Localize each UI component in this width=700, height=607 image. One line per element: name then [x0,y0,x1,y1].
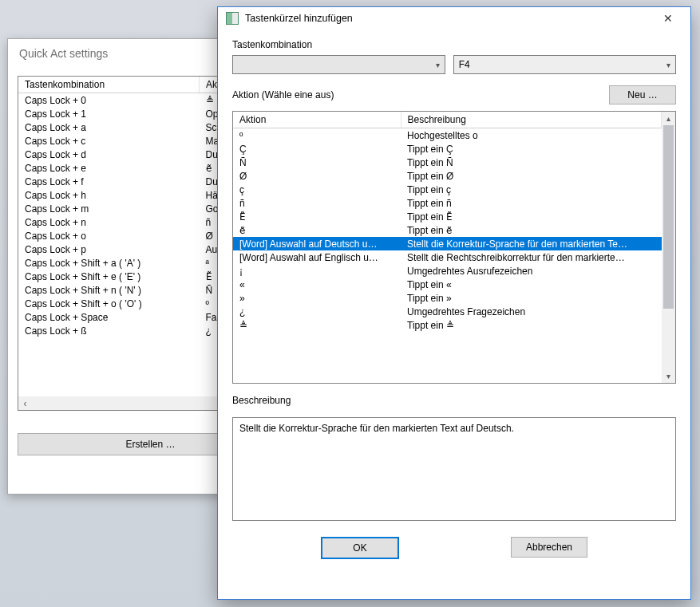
row-combo: Caps Lock + p [18,242,200,256]
action-desc: Stellt die Rechtschreibkorrektur für den… [401,250,662,264]
list-item[interactable]: [Word] Auswahl auf Deutsch u…Stellt die … [233,237,662,250]
row-combo: Caps Lock + n [18,215,200,229]
scroll-left-icon[interactable]: ‹ [18,396,32,410]
create-button-label: Erstellen … [125,439,175,450]
row-combo: Caps Lock + h [18,188,200,202]
action-list[interactable]: Aktion Beschreibung ºHochgestelltes oÇTi… [232,111,676,384]
list-item[interactable]: ẽTippt ein ẽ [233,223,662,237]
list-item[interactable]: ¡Umgedrehtes Ausrufezeichen [233,264,662,278]
chevron-down-icon: ▾ [666,61,670,69]
list-item[interactable]: ØTippt ein Ø [233,169,662,183]
close-button[interactable]: ✕ [654,12,682,25]
action-name: ≜ [233,318,401,332]
scroll-up-icon[interactable]: ▴ [662,112,675,125]
action-name: ñ [233,196,401,210]
close-icon: ✕ [663,12,673,25]
list-item[interactable]: «Tippt ein « [233,278,662,291]
action-desc: Tippt ein ñ [401,196,662,210]
action-desc: Tippt ein ç [401,183,662,196]
action-name: » [233,291,401,305]
cancel-button[interactable]: Abbrechen [511,537,587,558]
row-combo: Caps Lock + 1 [18,107,200,120]
cancel-label: Abbrechen [526,542,572,553]
action-name: « [233,278,401,291]
action-name: [Word] Auswahl auf Deutsch u… [233,237,401,250]
row-combo: Caps Lock + e [18,161,200,175]
dialog-title: Tastenkürzel hinzufügen [245,13,353,24]
action-name: Ø [233,169,401,183]
list-item[interactable]: çTippt ein ç [233,183,662,196]
action-desc: Tippt ein ≜ [401,318,662,332]
action-name: Ç [233,142,401,156]
action-desc: Tippt ein ẽ [401,223,662,237]
row-combo: Caps Lock + o [18,229,200,242]
list-item[interactable]: ÇTippt ein Ç [233,142,662,156]
action-name: ¡ [233,264,401,278]
list-item[interactable]: [Word] Auswahl auf Englisch u…Stellt die… [233,250,662,264]
list-item[interactable]: ÑTippt ein Ñ [233,156,662,169]
action-desc: Umgedrehtes Fragezeichen [401,305,662,318]
description-text: Stellt die Korrektur-Sprache für den mar… [239,423,514,434]
list-item[interactable]: »Tippt ein » [233,291,662,305]
choose-action-label: Aktion (Wähle eine aus) [232,89,609,101]
key-combo[interactable]: F4 ▾ [453,55,676,74]
action-desc: Tippt ein « [401,278,662,291]
action-name: Ẽ [233,210,401,223]
row-combo: Caps Lock + m [18,202,200,215]
scroll-down-icon[interactable]: ▾ [662,369,675,383]
action-name: Ñ [233,156,401,169]
row-combo: Caps Lock + Shift + a ( 'A' ) [18,256,200,270]
list-item[interactable]: ¿Umgedrehtes Fragezeichen [233,305,662,318]
action-desc: Stellt die Korrektur-Sprache für den mar… [401,237,662,250]
action-name: ¿ [233,305,401,318]
list-item[interactable]: ñTippt ein ñ [233,196,662,210]
action-name: ẽ [233,223,401,237]
key-value: F4 [459,59,470,70]
action-desc: Tippt ein Ñ [401,156,662,169]
vertical-scrollbar[interactable]: ▴ ▾ [662,112,675,383]
row-combo: Caps Lock + d [18,148,200,161]
new-button-label: Neu … [627,89,657,101]
action-desc: Tippt ein Ẽ [401,210,662,223]
dialog-titlebar[interactable]: Tastenkürzel hinzufügen ✕ [218,7,690,31]
modifier-combo[interactable]: ▾ [232,55,445,74]
action-name: [Word] Auswahl auf Englisch u… [233,250,401,264]
row-combo: Caps Lock + Shift + e ( 'E' ) [18,270,200,283]
grid-header-combo[interactable]: Tastenkombination [18,77,200,93]
row-combo: Caps Lock + Space [18,310,200,324]
action-name: ç [233,183,401,196]
list-header-desc[interactable]: Beschreibung [401,112,662,128]
row-combo: Caps Lock + c [18,134,200,148]
action-desc: Hochgestelltes o [401,128,662,143]
chevron-down-icon: ▾ [436,61,440,69]
list-header-action[interactable]: Aktion [233,112,401,128]
scroll-thumb[interactable] [663,125,674,309]
row-combo: Caps Lock + f [18,175,200,188]
combo-label: Tastenkombination [232,39,676,50]
list-item[interactable]: ẼTippt ein Ẽ [233,210,662,223]
row-combo: Caps Lock + ß [18,324,200,337]
list-item[interactable]: ≜Tippt ein ≜ [233,318,662,332]
row-combo: Caps Lock + Shift + o ( 'O' ) [18,297,200,310]
action-desc: Tippt ein » [401,291,662,305]
description-label: Beschreibung [232,395,676,406]
row-combo: Caps Lock + 0 [18,93,200,108]
add-shortcut-dialog: Tastenkürzel hinzufügen ✕ Tastenkombinat… [217,6,691,600]
ok-button[interactable]: OK [321,537,399,559]
action-desc: Umgedrehtes Ausrufezeichen [401,264,662,278]
action-name: º [233,128,401,143]
ok-label: OK [353,542,366,554]
row-combo: Caps Lock + Shift + n ( 'N' ) [18,283,200,297]
description-box: Stellt die Korrektur-Sprache für den mar… [232,417,676,521]
action-desc: Tippt ein Ø [401,169,662,183]
new-button[interactable]: Neu … [609,85,676,104]
row-combo: Caps Lock + a [18,120,200,134]
list-item[interactable]: ºHochgestelltes o [233,128,662,143]
app-icon [226,12,239,25]
action-desc: Tippt ein Ç [401,142,662,156]
